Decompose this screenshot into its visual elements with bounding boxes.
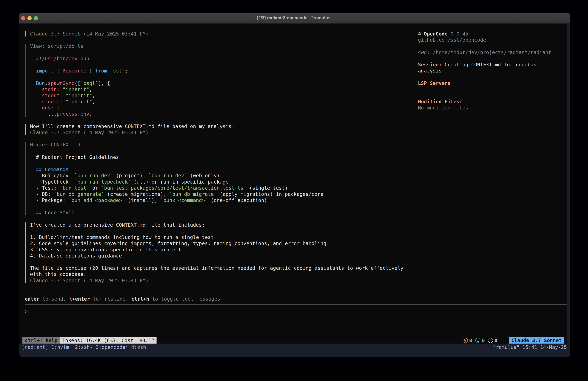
message-accent-bar — [25, 223, 26, 283]
model-badge: Claude 3.7 Sonnet — [509, 337, 564, 344]
terminal-line: - DB: `bun db generate` (create migratio… — [30, 191, 403, 197]
terminal-line: ## Code Style — [30, 210, 403, 216]
terminal-line: stdin: "inherit", — [30, 86, 403, 92]
message-accent-bar — [25, 44, 26, 116]
help-chip: ctrl+? help — [22, 337, 60, 344]
terminal-line: Claude 3.7 Sonnet (14 May 2025 03:41 PM) — [30, 130, 403, 135]
terminal-line — [30, 74, 403, 80]
modified-files-empty: No modified files — [418, 105, 468, 111]
session-line-wrap: analysis — [418, 68, 442, 74]
lsp-servers-label: LSP Servers — [418, 80, 451, 86]
message-list: Claude 3.7 Sonnet (14 May 2025 03:41 PM)… — [25, 31, 403, 290]
status-badges: W0i0h0 Claude 3.7 Sonnet — [463, 337, 567, 344]
diagnostic-count: 0 — [482, 337, 485, 343]
terminal-line: 1. Build/lint/test commands including ho… — [30, 234, 403, 240]
repo-link: github.com/sst/opencode — [418, 37, 486, 43]
message-block: View: script/db.ts #!/usr/bin/env bun im… — [25, 43, 403, 117]
terminal-line: I've created a comprehensive CONTEXT.md … — [30, 222, 403, 228]
terminal-line — [30, 49, 403, 56]
keybind-hints: enter to send, \+enter for newline, ctrl… — [25, 296, 220, 302]
terminal-window: [2/3] radiant:3:opencode - "romulus" Cla… — [19, 13, 570, 357]
terminal-line: Bun.spawnSync([`psql`], { — [30, 80, 403, 86]
terminal-line: # Radiant Project Guidelines — [30, 154, 403, 160]
terminal-line: - Build/Dev: `bun run dev` (project), `b… — [30, 173, 403, 179]
tmux-window-list: [radiant] 1:nvim 2:zsh- 3:opencode* 4:zs… — [22, 344, 146, 350]
message-accent-bar — [25, 124, 26, 135]
message-block: I've created a comprehensive CONTEXT.md … — [25, 222, 403, 284]
message-block: Claude 3.7 Sonnet (14 May 2025 03:41 PM) — [25, 31, 403, 37]
diagnostic-count: 0 — [469, 337, 472, 343]
terminal-line: ## Commands — [30, 166, 403, 173]
tokens-chip: Tokens: 16.4K (8%), Cost: $0.12 — [60, 337, 157, 344]
tmux-session-info: "romulus" 15:41 14-May-25 — [493, 344, 567, 350]
message-accent-bar — [25, 142, 26, 215]
cwd-line: cwd: /home/thdxr/dev/projects/radiant/ra… — [418, 49, 551, 56]
diagnostics-group: W0i0h0 — [463, 337, 501, 343]
status-row: ctrl+? help Tokens: 16.4K (8%), Cost: $0… — [19, 337, 567, 344]
session-title: Creating CONTEXT.md for codebase — [442, 62, 539, 67]
terminal-line — [30, 259, 403, 265]
app-version: 0.0.45 — [448, 31, 468, 37]
desktop: [2/3] radiant:3:opencode - "romulus" Cla… — [0, 0, 588, 381]
session-line: Session: Creating CONTEXT.md for codebas… — [418, 62, 539, 68]
terminal-line — [30, 228, 403, 234]
app-name: OpenCode — [424, 31, 448, 37]
opencode-logo-icon: © — [418, 31, 424, 37]
terminal-line: Claude 3.7 Sonnet (14 May 2025 03:41 PM) — [30, 31, 403, 37]
hint-circle-icon: h0 — [488, 337, 497, 343]
message-accent-bar — [25, 31, 26, 37]
terminal-line: View: script/db.ts — [30, 43, 403, 49]
terminal-line: stdout: "inherit", — [30, 92, 403, 99]
terminal-line: 3. CSS styling conventions specific to t… — [30, 247, 403, 253]
warning-circle-icon: W0 — [463, 337, 472, 343]
terminal-line: 2. Code style guidelines covering import… — [30, 240, 403, 247]
titlebar: [2/3] radiant:3:opencode - "romulus" — [19, 13, 570, 23]
session-label: Session: — [418, 62, 442, 67]
terminal-line: with this codebase. — [30, 271, 403, 277]
input-separator — [25, 304, 567, 305]
terminal-line: - TypeCheck: `bun run typecheck` (all) o… — [30, 179, 403, 185]
message-block: Write: CONTEXT.md # Radiant Project Guid… — [25, 142, 403, 216]
terminal-line: - Package: `bun add <package>` (install)… — [30, 197, 403, 203]
opencode-tui: Claude 3.7 Sonnet (14 May 2025 03:41 PM)… — [19, 23, 567, 344]
chat-input[interactable]: > — [25, 308, 567, 328]
terminal-line: Write: CONTEXT.md — [30, 142, 403, 148]
terminal-line — [30, 203, 403, 210]
terminal-line — [30, 160, 403, 166]
terminal-line: - Test: `bun test` or `bun test packages… — [30, 185, 403, 191]
terminal-line — [30, 148, 403, 154]
terminal-line: stderr: "inherit", — [30, 99, 403, 105]
window-title: [2/3] radiant:3:opencode - "romulus" — [19, 13, 570, 23]
tmux-statusbar: [radiant] 1:nvim 2:zsh- 3:opencode* 4:zs… — [19, 344, 570, 357]
terminal-line: #!/usr/bin/env bun — [30, 56, 403, 62]
app-version-line: © OpenCode 0.0.45 — [418, 31, 468, 37]
terminal-line: Claude 3.7 Sonnet (14 May 2025 03:41 PM) — [30, 277, 403, 284]
terminal-line: env: { — [30, 105, 403, 111]
terminal-line: Now I'll create a comprehensive CONTEXT.… — [30, 123, 403, 130]
terminal-line: import { Resource } from "sst"; — [30, 68, 403, 74]
terminal-line: ...process.env, — [30, 111, 403, 117]
message-block: Now I'll create a comprehensive CONTEXT.… — [25, 123, 403, 135]
terminal-line — [30, 62, 403, 68]
prompt-symbol: > — [25, 309, 28, 314]
terminal-line: 4. Database operations guidance — [30, 253, 403, 259]
info-circle-icon: i0 — [475, 337, 485, 343]
diagnostic-count: 0 — [494, 337, 497, 343]
terminal-line: The file is concise (20 lines) and captu… — [30, 265, 403, 271]
modified-files-label: Modified Files: — [418, 99, 462, 105]
